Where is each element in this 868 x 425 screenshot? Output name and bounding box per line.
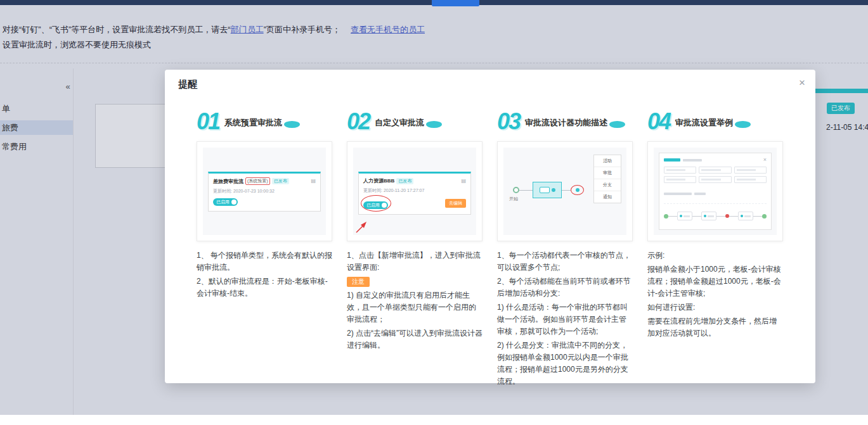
mini-menu-icon: ▤ bbox=[461, 179, 466, 184]
card-1-screenshot-canvas: 差旅费审批流 (系统预置) 已发布 ▤ 更新时间: 2020-07-23 10:… bbox=[203, 148, 326, 235]
card-4-header: 04 审批流设置举例 bbox=[647, 108, 783, 131]
dialog-header: 提醒 × bbox=[165, 70, 815, 94]
mini-flow-chart bbox=[664, 203, 767, 220]
flow-node-box bbox=[738, 212, 753, 220]
card-1-paragraph: 2、默认的审批流程是：开始-老板审核-会计审核-结束。 bbox=[197, 276, 332, 300]
mini-row-toggle: 已启用 去编辑 bbox=[363, 198, 466, 209]
start-node-label: 开始 bbox=[509, 196, 518, 202]
card-4-text: 示例: 报销单金额小于1000元，老板-会计审核流程；报销单金额超过1000元，… bbox=[647, 250, 783, 339]
mini-input-field bbox=[664, 167, 696, 174]
card-1-text: 1、 每个报销单类型，系统会有默认的报销审批流。 2、默认的审批流程是：开始-老… bbox=[197, 250, 332, 300]
card-2-screenshot-canvas: 人力资源BBB 已发布 ▤ 更新时间: 2020-11-20 17:27:07 … bbox=[353, 148, 476, 235]
card-1-screenshot: 差旅费审批流 (系统预置) 已发布 ▤ 更新时间: 2020-07-23 10:… bbox=[197, 141, 332, 241]
card-2-screenshot: 人力资源BBB 已发布 ▤ 更新时间: 2020-11-20 17:27:07 … bbox=[347, 141, 483, 241]
card-3-number: 03 bbox=[497, 112, 523, 131]
card-2-header: 02 自定义审批流 bbox=[347, 108, 483, 131]
mini-updated-time: 更新时间: 2020-07-23 10:00:32 bbox=[213, 188, 316, 194]
selected-activity-box bbox=[533, 182, 562, 198]
connector-line bbox=[562, 190, 571, 191]
node-dot-icon bbox=[552, 188, 555, 192]
flow-line bbox=[692, 216, 701, 217]
card-3-header: 03 审批流设计器功能描述 bbox=[497, 108, 633, 131]
teal-blob-decoration bbox=[735, 121, 751, 128]
start-node-icon bbox=[513, 187, 519, 193]
mini-input-field bbox=[699, 167, 731, 174]
designer-palette: 活动 审批 分支 通知 bbox=[593, 155, 621, 203]
mini-close-icon: × bbox=[763, 157, 767, 163]
flow-end-dot bbox=[762, 214, 767, 219]
dialog-body: 01 系统预置审批流 差旅费审批流 (系统预置) 已发布 ▤ 更新时间: 202… bbox=[165, 94, 815, 390]
red-arrow-icon bbox=[355, 220, 369, 233]
flow-designer-canvas: 开始 活动 审批 分支 通知 bbox=[503, 148, 626, 235]
mini-toggle-wrap: 已启用 bbox=[363, 198, 388, 209]
card-4-paragraph: 报销单金额小于1000元，老板-会计审核流程；报销单金额超过1000元，老板-会… bbox=[647, 263, 783, 300]
card-4-paragraph: 示例: bbox=[647, 250, 783, 262]
close-icon[interactable]: × bbox=[799, 77, 805, 88]
card-1-title: 系统预置审批流 bbox=[224, 117, 282, 129]
mini-published-badge: 已发布 bbox=[272, 178, 289, 184]
mini-approval-list-card: 差旅费审批流 (系统预置) 已发布 ▤ 更新时间: 2020-07-23 10:… bbox=[208, 172, 321, 212]
mini-updated-time: 更新时间: 2020-11-20 17:27:07 bbox=[363, 187, 466, 194]
mini-flow-name: 差旅费审批流 bbox=[213, 178, 243, 185]
card-3-title: 审批流设计器功能描述 bbox=[525, 117, 607, 129]
red-highlight-ring bbox=[571, 185, 584, 195]
teal-blob-decoration bbox=[284, 121, 300, 128]
mini-row-title: 差旅费审批流 (系统预置) 已发布 ▤ bbox=[213, 177, 316, 185]
mini-form-grid bbox=[664, 167, 767, 183]
flow-line bbox=[753, 216, 762, 217]
mini-title-bar bbox=[664, 158, 680, 162]
card-3-paragraph: 2、每个活动都能在当前环节前或者环节后增加活动和分支: bbox=[497, 276, 633, 300]
card-4-title: 审批流设置举例 bbox=[675, 117, 733, 129]
red-highlight-ring bbox=[361, 195, 391, 212]
flow-line bbox=[668, 216, 677, 217]
card-4-paragraph: 需要在流程前先增加分支条件，然后增加对应活动就可以。 bbox=[647, 315, 783, 339]
tutorial-card-2: 02 自定义审批流 人力资源BBB 已发布 ▤ 更新时间: 2020-11-20… bbox=[347, 108, 483, 390]
mini-preset-tag-highlighted: (系统预置) bbox=[245, 177, 270, 185]
card-1-paragraph: 1、 每个报销单类型，系统会有默认的报销审批流。 bbox=[197, 250, 332, 274]
bottom-strip bbox=[0, 415, 868, 425]
card-3-text: 1、每一个活动都代表一个审核的节点，可以设置多个节点; 2、每个活动都能在当前环… bbox=[497, 250, 633, 388]
card-3-paragraph: 1) 什么是活动：每一个审批的环节都叫做一个活动。例如当前环节是会计主管审核，那… bbox=[497, 301, 633, 338]
tutorial-card-3: 03 审批流设计器功能描述 开始 活动 审批 bbox=[497, 108, 633, 390]
card-1-number: 01 bbox=[197, 112, 223, 131]
card-2-text: 1、点击【新增审批流】，进入到审批流设置界面: 注意 1) 自定义的审批流只有启… bbox=[347, 250, 483, 352]
reminder-dialog: 提醒 × 01 系统预置审批流 差旅费审批流 (系统预置) 已发布 ▤ bbox=[165, 70, 815, 383]
tutorial-card-4: 04 审批流设置举例 × bbox=[647, 108, 783, 390]
palette-item-approve: 审批 bbox=[594, 167, 621, 179]
mini-flow-name: 人力资源BBB bbox=[363, 177, 394, 184]
mini-input-field bbox=[734, 176, 767, 183]
mini-input-field bbox=[734, 167, 767, 174]
card-1-header: 01 系统预置审批流 bbox=[197, 108, 332, 131]
card-2-number: 02 bbox=[347, 112, 373, 131]
mini-approval-list-card: 人力资源BBB 已发布 ▤ 更新时间: 2020-11-20 17:27:07 … bbox=[358, 172, 471, 215]
card-2-paragraph: 2) 点击“去编辑”可以进入到审批流设计器进行编辑。 bbox=[347, 327, 483, 352]
card-2-paragraph: 1) 自定义的审批流只有启用后才能生效，且一个单据类型只能有一个启用的审批流程； bbox=[347, 289, 483, 326]
palette-item-activity: 活动 bbox=[594, 155, 621, 167]
note-badge: 注意 bbox=[347, 277, 370, 287]
mini-toggle-label: 已启用 bbox=[216, 199, 230, 205]
skeleton-bar bbox=[664, 193, 692, 195]
tutorial-card-1: 01 系统预置审批流 差旅费审批流 (系统预置) 已发布 ▤ 更新时间: 202… bbox=[197, 108, 332, 390]
card-3-paragraph: 2) 什么是分支：审批流中不同的分支，例如报销单金额1000元以内是一个审批流程… bbox=[497, 339, 633, 388]
mini-enabled-toggle: 已启用 bbox=[213, 198, 238, 206]
activity-node-icon bbox=[540, 187, 550, 193]
card-4-number: 04 bbox=[647, 112, 673, 131]
mini-edit-button: 去编辑 bbox=[445, 199, 466, 208]
card-4-screenshot-canvas: × bbox=[654, 148, 777, 235]
card-3-screenshot: 开始 活动 审批 分支 通知 bbox=[497, 141, 633, 241]
card-2-title: 自定义审批流 bbox=[375, 117, 424, 129]
mini-row-toggle: 已启用 bbox=[213, 198, 316, 206]
mini-settings-header: × bbox=[664, 157, 767, 163]
mini-settings-window: × bbox=[659, 153, 772, 230]
flow-line bbox=[729, 216, 738, 217]
card-4-paragraph: 如何进行设置: bbox=[647, 301, 783, 314]
mini-published-badge: 已发布 bbox=[396, 178, 413, 184]
mini-input-field bbox=[699, 176, 731, 183]
dialog-title: 提醒 bbox=[178, 79, 197, 89]
flow-node-box bbox=[677, 212, 692, 220]
card-2-intro: 1、点击【新增审批流】，进入到审批流设置界面: bbox=[347, 250, 483, 274]
mini-row-title: 人力资源BBB 已发布 ▤ bbox=[363, 177, 466, 184]
toggle-knob-icon bbox=[231, 200, 236, 205]
card-4-screenshot: × bbox=[647, 141, 783, 241]
node-dot-icon bbox=[576, 188, 580, 192]
